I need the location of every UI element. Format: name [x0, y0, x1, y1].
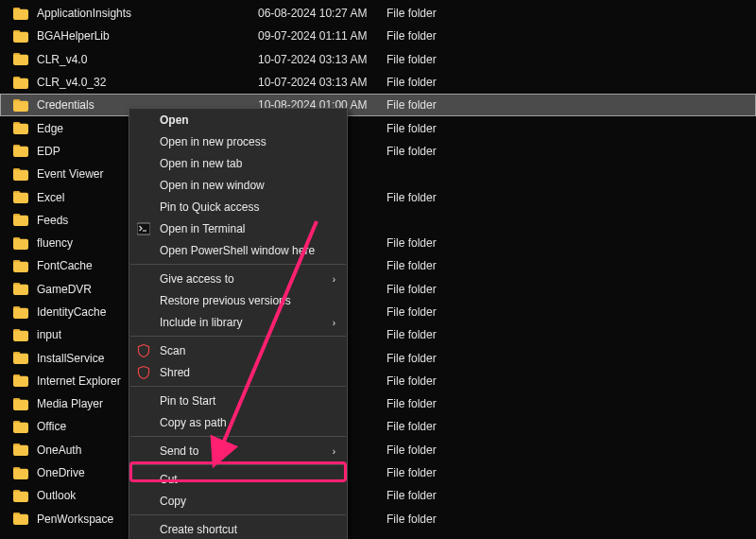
file-type: File folder: [387, 29, 437, 43]
file-type: File folder: [387, 513, 437, 526]
context-menu-open-in-new-tab[interactable]: Open in new tab: [129, 152, 347, 174]
file-row[interactable]: OutlookFile folder: [0, 484, 756, 507]
red-shield-icon: [137, 366, 150, 379]
folder-icon: [13, 30, 28, 43]
folder-icon: [13, 214, 28, 226]
file-type: File folder: [387, 53, 437, 66]
context-menu-label: Open in new tab: [160, 157, 242, 170]
context-menu-give-access-to[interactable]: Give access to›: [129, 268, 347, 289]
file-type: File folder: [387, 443, 437, 457]
folder-icon: [13, 8, 28, 20]
context-menu-label: Open: [160, 113, 189, 127]
file-list: ApplicationInsights06-08-2024 10:27 AMFi…: [0, 0, 756, 530]
context-menu-label: Include in library: [160, 316, 242, 329]
file-row[interactable]: OneDriveFile folder: [0, 461, 756, 484]
context-menu-copy[interactable]: Copy: [129, 490, 347, 512]
file-row[interactable]: Media PlayerFile folder: [0, 392, 756, 415]
context-menu-open-powershell-window-here[interactable]: Open PowerShell window here: [129, 239, 347, 261]
folder-icon: [13, 467, 28, 479]
file-type: File folder: [387, 305, 437, 319]
file-date: 10-07-2024 03:13 AM: [258, 76, 387, 89]
svg-rect-0: [137, 223, 150, 235]
folder-icon: [13, 329, 28, 341]
file-row[interactable]: Event Viewer: [0, 163, 756, 185]
file-row[interactable]: inputFile folder: [0, 323, 756, 346]
context-menu-pin-to-start[interactable]: Pin to Start: [129, 390, 347, 411]
context-menu-restore-previous-versions[interactable]: Restore previous versions: [129, 289, 347, 311]
context-menu-cut[interactable]: Cut: [129, 468, 347, 490]
context-menu-label: Cut: [160, 473, 178, 486]
context-menu: OpenOpen in new processOpen in new tabOp…: [129, 108, 348, 539]
file-row[interactable]: OfficeFile folder: [0, 415, 756, 438]
folder-icon: [13, 191, 28, 203]
folder-icon: [13, 398, 28, 410]
file-type: File folder: [387, 489, 437, 502]
file-name: CLR_v4.0_32: [37, 76, 258, 89]
context-menu-label: Restore previous versions: [160, 294, 291, 307]
folder-icon: [13, 145, 28, 157]
file-row[interactable]: EdgeFile folder: [0, 116, 756, 139]
context-menu-copy-as-path[interactable]: Copy as path: [129, 411, 347, 433]
file-row[interactable]: OneAuthFile folder: [0, 439, 756, 461]
file-date: 10-07-2024 03:13 AM: [258, 53, 387, 66]
folder-icon: [13, 513, 28, 525]
file-row[interactable]: FontCacheFile folder: [0, 254, 756, 277]
file-row[interactable]: PenWorkspaceFile folder: [0, 508, 756, 530]
folder-icon: [13, 421, 28, 433]
file-row[interactable]: CLR_v4.010-07-2024 03:13 AMFile folder: [0, 48, 756, 71]
context-menu-label: Open in new process: [160, 135, 266, 148]
chevron-right-icon: ›: [333, 445, 335, 456]
context-menu-send-to[interactable]: Send to›: [129, 440, 347, 461]
file-type: File folder: [387, 259, 437, 272]
file-row[interactable]: IdentityCacheFile folder: [0, 301, 756, 323]
file-type: File folder: [387, 328, 437, 341]
file-row[interactable]: GameDVRFile folder: [0, 278, 756, 301]
file-type: File folder: [387, 76, 437, 89]
folder-icon: [13, 168, 28, 181]
context-menu-open-in-new-window[interactable]: Open in new window: [129, 174, 347, 196]
context-menu-separator: [130, 436, 346, 437]
context-menu-open-in-new-process[interactable]: Open in new process: [129, 130, 347, 152]
file-row[interactable]: Feeds: [0, 209, 756, 232]
file-row[interactable]: fluencyFile folder: [0, 232, 756, 254]
folder-icon: [13, 352, 28, 364]
folder-icon: [13, 283, 28, 295]
context-menu-label: Send to: [160, 444, 198, 458]
context-menu-label: Pin to Quick access: [160, 200, 259, 214]
file-row[interactable]: ApplicationInsights06-08-2024 10:27 AMFi…: [0, 2, 756, 25]
folder-icon: [13, 99, 28, 112]
context-menu-separator: [130, 464, 346, 465]
context-menu-include-in-library[interactable]: Include in library›: [129, 311, 347, 333]
file-date: 09-07-2024 01:11 AM: [258, 29, 387, 43]
file-type: File folder: [387, 236, 437, 250]
chevron-right-icon: ›: [333, 273, 335, 284]
terminal-icon: [137, 222, 150, 235]
file-type: File folder: [387, 352, 437, 365]
file-row[interactable]: Internet ExplorerFile folder: [0, 370, 756, 392]
file-row[interactable]: ExcelFile folder: [0, 185, 756, 208]
folder-icon: [13, 443, 28, 456]
context-menu-label: Pin to Start: [160, 394, 215, 408]
context-menu-pin-to-quick-access[interactable]: Pin to Quick access: [129, 196, 347, 217]
context-menu-label: Create shortcut: [160, 523, 237, 536]
file-type: File folder: [387, 122, 437, 135]
context-menu-label: Copy as path: [160, 416, 227, 429]
file-row[interactable]: InstallServiceFile folder: [0, 346, 756, 369]
folder-icon: [13, 237, 28, 250]
context-menu-create-shortcut[interactable]: Create shortcut: [129, 518, 347, 539]
file-name: ApplicationInsights: [37, 7, 258, 20]
context-menu-open[interactable]: Open: [129, 109, 347, 130]
file-row[interactable]: CLR_v4.0_3210-07-2024 03:13 AMFile folde…: [0, 71, 756, 94]
folder-icon: [13, 374, 28, 387]
context-menu-label: Open in Terminal: [160, 222, 246, 235]
context-menu-label: Copy: [160, 495, 186, 508]
folder-icon: [13, 260, 28, 272]
file-row[interactable]: BGAHelperLib09-07-2024 01:11 AMFile fold…: [0, 25, 756, 47]
context-menu-shred[interactable]: Shred: [129, 361, 347, 383]
file-row[interactable]: Credentials10-08-2024 01:00 AMFile folde…: [0, 94, 756, 116]
file-row[interactable]: EDPFile folder: [0, 140, 756, 163]
folder-icon: [13, 122, 28, 134]
context-menu-open-in-terminal[interactable]: Open in Terminal: [129, 217, 347, 239]
context-menu-scan[interactable]: Scan: [129, 339, 347, 361]
file-type: File folder: [387, 145, 437, 158]
